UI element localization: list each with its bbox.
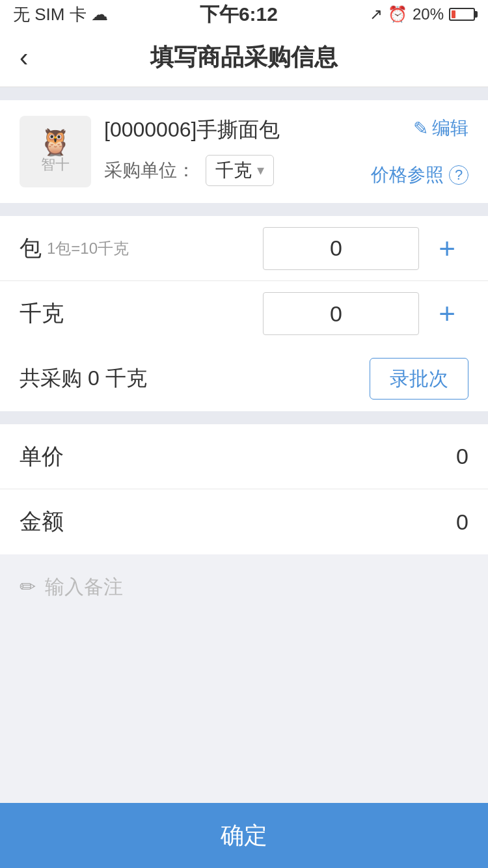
summary-unit: 千克: [105, 366, 147, 390]
bag-sublabel: 1包=10千克: [47, 238, 129, 259]
product-card: 🦉 智十 [0000006]手撕面包 采购单位： 千克 ▾ ✎ 编辑 价格参照 …: [0, 100, 488, 203]
price-ref-label: 价格参照: [371, 163, 444, 187]
confirm-bar[interactable]: 确定: [0, 803, 488, 868]
amount-row: 金额 0: [0, 489, 488, 554]
bag-input-row: 包 1包=10千克 +: [0, 216, 488, 281]
status-right: ↗ ⏰ 20%: [370, 5, 475, 23]
kg-label: 千克: [20, 299, 64, 329]
price-info-section: 单价 0 金额 0: [0, 424, 488, 554]
kg-plus-button[interactable]: +: [426, 292, 468, 335]
amount-label: 金额: [20, 507, 64, 537]
unit-label: 采购单位：: [104, 158, 195, 183]
bag-plus-button[interactable]: +: [426, 227, 468, 270]
summary-text: 共采购 0 千克: [20, 364, 147, 393]
product-logo-icon: 🦉: [39, 129, 72, 155]
summary-amount: 0: [88, 366, 100, 390]
status-bar: 无 SIM 卡 ☁ 下午6:12 ↗ ⏰ 20%: [0, 0, 488, 29]
status-left: 无 SIM 卡 ☁: [13, 3, 108, 26]
input-section: 包 1包=10千克 + 千克 +: [0, 216, 488, 346]
edit-label: 编辑: [432, 116, 468, 141]
battery-indicator: [449, 8, 475, 21]
alarm-icon: ⏰: [388, 5, 407, 23]
note-section[interactable]: ✏ 输入备注: [0, 554, 488, 620]
chevron-down-icon: ▾: [257, 162, 264, 179]
mid-divider-1: [0, 203, 488, 216]
bag-quantity-input[interactable]: [263, 227, 419, 270]
edit-button[interactable]: ✎ 编辑: [413, 116, 468, 141]
nav-bar: ‹ 填写商品采购信息: [0, 29, 488, 87]
confirm-button[interactable]: 确定: [221, 820, 267, 852]
summary-prefix: 共采购: [20, 366, 82, 390]
battery-percent: 20%: [413, 5, 444, 23]
edit-icon: ✎: [413, 118, 428, 139]
pencil-icon: ✏: [20, 575, 36, 598]
bag-label: 包: [20, 234, 42, 264]
help-icon: ?: [449, 165, 468, 185]
unit-price-label: 单价: [20, 442, 64, 472]
unit-price-value: 0: [456, 444, 468, 469]
location-icon: ↗: [370, 5, 383, 23]
batch-button[interactable]: 录批次: [370, 358, 468, 400]
unit-value: 千克: [215, 158, 252, 183]
product-thumbnail: 🦉 智十: [20, 116, 91, 187]
kg-input-row: 千克 +: [0, 281, 488, 346]
unit-select[interactable]: 千克 ▾: [206, 155, 274, 186]
summary-row: 共采购 0 千克 录批次: [0, 346, 488, 411]
amount-value: 0: [456, 509, 468, 535]
price-ref-button[interactable]: 价格参照 ?: [371, 163, 468, 187]
back-button[interactable]: ‹: [20, 43, 28, 72]
page-title: 填写商品采购信息: [150, 42, 338, 74]
unit-price-row: 单价 0: [0, 424, 488, 489]
mid-divider-2: [0, 411, 488, 424]
product-logo-text: 智十: [41, 155, 70, 174]
note-placeholder: 输入备注: [45, 574, 123, 601]
sim-text: 无 SIM 卡 ☁: [13, 3, 108, 26]
kg-quantity-input[interactable]: [263, 292, 419, 335]
top-divider: [0, 87, 488, 100]
status-time: 下午6:12: [200, 1, 278, 28]
